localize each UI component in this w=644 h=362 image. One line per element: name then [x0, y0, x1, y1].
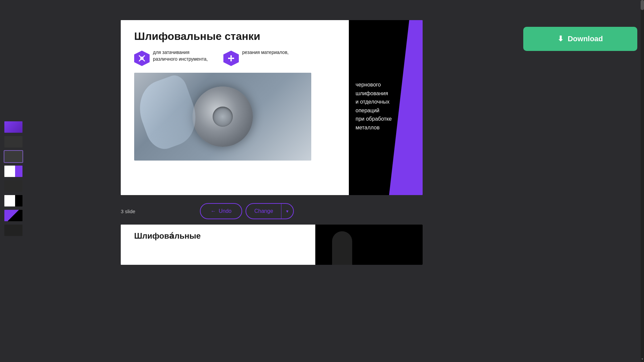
slide-title: Шлифовальные станки — [134, 30, 339, 43]
slide-count: 3 slide — [121, 208, 141, 214]
slide-thumb-2[interactable] — [4, 135, 23, 148]
hex-icon-1 — [134, 51, 150, 66]
main-content-area: Шлифовальные станки для затачивания разл… — [27, 0, 517, 362]
slide-left-area: Шлифовальные станки для затачивания разл… — [121, 20, 349, 195]
slide-thumb-6[interactable] — [4, 194, 23, 207]
change-button-group[interactable]: Change ▾ — [246, 203, 294, 219]
scrollbar-track: ▲ ▼ — [641, 0, 644, 362]
undo-label: Undo — [219, 208, 231, 214]
grinder-disk-graphic — [193, 86, 253, 147]
slide-bottom-title: Шлифова́льные — [134, 231, 305, 241]
download-label: Download — [568, 35, 603, 43]
scroll-down-arrow[interactable]: ▼ — [641, 358, 644, 361]
undo-icon: ← — [211, 208, 216, 214]
slide-thumb-5[interactable] — [4, 180, 23, 192]
slide-thumb-7[interactable] — [4, 209, 23, 222]
svg-rect-3 — [230, 55, 232, 57]
icon-text-1: для затачивания различного инструмента, — [153, 49, 213, 62]
chevron-down-icon[interactable]: ▾ — [281, 204, 293, 218]
scrollbar-thumb[interactable] — [641, 0, 644, 10]
hex-icon-2 — [223, 51, 239, 66]
svg-rect-4 — [230, 59, 232, 61]
slide-bottom-left: Шлифова́льные — [121, 225, 315, 265]
undo-button[interactable]: ← Undo — [200, 203, 242, 219]
controls-center: ← Undo Change ▾ — [200, 203, 294, 219]
slide-thumbnail-sidebar — [0, 0, 27, 362]
icon-text-2: резания материалов, — [242, 49, 288, 56]
slide-main: Шлифовальные станки для затачивания разл… — [121, 20, 423, 195]
slide-controls-row: 3 slide ← Undo Change ▾ — [121, 203, 423, 219]
slide-bottom-right — [315, 225, 423, 265]
slide-thumb-4[interactable] — [4, 165, 23, 178]
slide-bottom-preview[interactable]: Шлифова́льные — [121, 225, 423, 265]
slide-thumb-8[interactable] — [4, 224, 23, 237]
slide-thumb-3[interactable] — [4, 150, 23, 163]
download-button[interactable]: ⬇ Download — [523, 27, 637, 51]
change-label[interactable]: Change — [246, 204, 281, 218]
svg-rect-6 — [232, 58, 234, 59]
svg-point-7 — [230, 57, 232, 59]
slide-wrapper: Шлифовальные станки для затачивания разл… — [121, 20, 423, 265]
slide-icons-row: для затачивания различного инструмента, — [134, 49, 339, 66]
icon-item-1: для затачивания различного инструмента, — [134, 49, 213, 66]
icon-item-2: резания материалов, — [223, 49, 288, 66]
slide-machine-image — [134, 73, 311, 161]
download-icon: ⬇ — [557, 35, 564, 43]
slide-thumb-1[interactable] — [4, 121, 23, 133]
right-panel: ⬇ Download — [517, 0, 644, 362]
svg-rect-5 — [228, 58, 230, 59]
